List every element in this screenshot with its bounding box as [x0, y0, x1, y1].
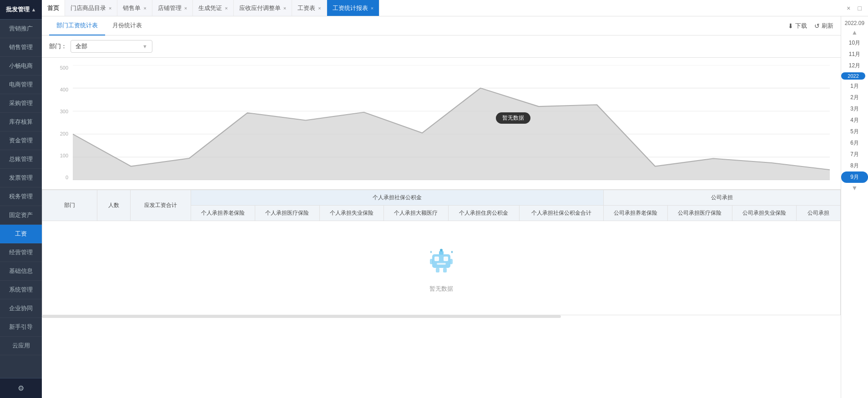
sidebar-item-13[interactable]: 基础信息 [0, 262, 42, 281]
maximize-button[interactable]: □ [855, 4, 864, 13]
cal-month-2[interactable]: 12月 [841, 60, 868, 71]
tab-monthly-stats[interactable]: 月份统计表 [105, 16, 149, 35]
cal-year-3[interactable]: 2022 [841, 72, 865, 80]
cal-month-5[interactable]: 2月 [841, 92, 868, 103]
chart-area: 500 400 300 200 100 0 [42, 58, 841, 190]
table-wrapper[interactable]: 部门 人数 应发工资合计 个人承担社保公积金 公司承担 个人承担养老保险 个人承… [42, 190, 841, 398]
svg-rect-8 [434, 257, 439, 261]
tab-2[interactable]: 销售单× [117, 0, 152, 16]
download-button[interactable]: ⬇ 下载 [788, 22, 807, 30]
tab-close-1[interactable]: × [109, 5, 111, 11]
tab-1[interactable]: 门店商品目录× [65, 0, 117, 16]
cal-month-7[interactable]: 4月 [841, 115, 868, 126]
tab-4[interactable]: 生成凭证× [193, 0, 233, 16]
refresh-button[interactable]: ↺ 刷新 [814, 22, 833, 30]
filter-bar: 部门： 全部 ▼ [42, 35, 841, 58]
close-all-button[interactable]: × [844, 4, 853, 13]
cal-month-12[interactable]: 9月 [841, 171, 868, 183]
tab-6[interactable]: 工资表× [292, 0, 327, 16]
y-label-0: 0 [66, 175, 68, 180]
sidebar-item-5[interactable]: 库存核算 [0, 113, 42, 131]
sidebar-item-3[interactable]: 电商管理 [0, 76, 42, 94]
tab-3[interactable]: 店铺管理× [152, 0, 193, 16]
department-select[interactable]: 全部 ▼ [71, 40, 152, 53]
department-select-value: 全部 [76, 42, 87, 50]
empty-icon [423, 243, 459, 279]
tab-close-4[interactable]: × [225, 5, 227, 11]
th-headcount: 人数 [97, 190, 130, 221]
th-total-salary: 应发工资合计 [130, 190, 191, 221]
tab-actions: ⬇ 下载 ↺ 刷新 [788, 22, 833, 30]
sidebar-title: 批发管理 [6, 5, 30, 14]
y-label-300: 300 [60, 109, 68, 114]
cal-month-1[interactable]: 11月 [841, 49, 868, 60]
tab-close-2[interactable]: × [143, 5, 146, 11]
sidebar-item-4[interactable]: 采购管理 [0, 94, 42, 113]
sidebar-toggle-icon[interactable]: ▲ [31, 7, 36, 12]
download-icon: ⬇ [788, 22, 793, 30]
cal-month-0[interactable]: 10月 [841, 37, 868, 49]
tab-0[interactable]: 首页 [42, 0, 65, 16]
sidebar-item-6[interactable]: 资金管理 [0, 131, 42, 150]
sidebar-item-17[interactable]: 云应用 [0, 337, 42, 355]
sidebar-item-16[interactable]: 新手引导 [0, 318, 42, 337]
sidebar-item-10[interactable]: 固定资产 [0, 206, 42, 225]
sidebar-item-0[interactable]: 营销推广 [0, 20, 42, 38]
th-personal-large-medical: 个人承担大额医疗 [384, 206, 449, 221]
data-table: 部门 人数 应发工资合计 个人承担社保公积金 公司承担 个人承担养老保险 个人承… [42, 190, 841, 315]
th-company-pension: 公司承担养老保险 [603, 206, 668, 221]
sidebar-header: 批发管理 ▲ [0, 0, 42, 20]
svg-rect-10 [437, 263, 446, 265]
department-label: 部门： [49, 42, 67, 50]
empty-row: 暂无数据 [42, 221, 841, 315]
calendar-header: 2022.09 [845, 18, 864, 27]
cal-month-6[interactable]: 3月 [841, 103, 868, 115]
tab-department-stats[interactable]: 部门工资统计表 [49, 16, 105, 35]
tab-close-6[interactable]: × [318, 5, 321, 11]
settings-icon: ⚙ [18, 384, 24, 392]
cal-month-11[interactable]: 8月 [841, 160, 868, 171]
y-label-400: 400 [60, 87, 68, 92]
cal-month-4[interactable]: 1月 [841, 81, 868, 92]
svg-rect-14 [450, 259, 453, 264]
main-panel: 部门工资统计表 月份统计表 ⬇ 下载 ↺ 刷新 [42, 16, 841, 398]
sidebar: 批发管理 ▲ 营销推广销售管理小畅电商电商管理采购管理库存核算资金管理总账管理发… [0, 0, 42, 398]
cal-month-8[interactable]: 5月 [841, 126, 868, 137]
sidebar-item-1[interactable]: 销售管理 [0, 38, 42, 57]
sidebar-item-15[interactable]: 企业协同 [0, 299, 42, 318]
svg-rect-9 [444, 257, 448, 261]
sidebar-footer[interactable]: ⚙ [0, 378, 42, 398]
sidebar-item-11[interactable]: 工资 [0, 225, 42, 243]
sidebar-item-14[interactable]: 系统管理 [0, 281, 42, 299]
chart-container: 500 400 300 200 100 0 [53, 65, 830, 189]
th-company-medical: 公司承担医疗保险 [668, 206, 732, 221]
svg-rect-16 [443, 268, 447, 272]
empty-state: 暂无数据 [47, 225, 836, 311]
sidebar-item-9[interactable]: 税务管理 [0, 187, 42, 206]
tab-close-3[interactable]: × [184, 5, 187, 11]
sidebar-item-12[interactable]: 经营管理 [0, 243, 42, 262]
tab-7[interactable]: 工资统计报表× [327, 0, 379, 16]
svg-rect-7 [432, 254, 450, 268]
tab-5[interactable]: 应收应付调整单× [234, 0, 292, 16]
th-company-unemployment: 公司承担失业保险 [732, 206, 797, 221]
main-area: 首页门店商品目录×销售单×店铺管理×生成凭证×应收应付调整单×工资表×工资统计报… [42, 0, 868, 398]
tab-close-5[interactable]: × [283, 5, 286, 11]
calendar-up-nav[interactable]: ▲ [850, 27, 860, 37]
sub-tabs: 部门工资统计表 月份统计表 [49, 16, 149, 35]
th-personal-pension: 个人承担养老保险 [191, 206, 255, 221]
refresh-icon: ↺ [814, 22, 820, 30]
th-personal-insurance: 个人承担社保公积金 [191, 190, 603, 206]
cal-month-10[interactable]: 7月 [841, 149, 868, 160]
sidebar-item-8[interactable]: 发票管理 [0, 169, 42, 187]
calendar-down-nav[interactable]: ▼ [850, 183, 860, 193]
th-company-insurance: 公司承担 [603, 190, 840, 206]
y-label-100: 100 [60, 153, 68, 158]
th-personal-total: 个人承担社保公积金合计 [519, 206, 603, 221]
chevron-down-icon: ▼ [142, 44, 147, 49]
cal-month-9[interactable]: 6月 [841, 137, 868, 149]
tab-close-7[interactable]: × [371, 5, 373, 11]
th-personal-unemployment: 个人承担失业保险 [319, 206, 384, 221]
sidebar-item-7[interactable]: 总账管理 [0, 150, 42, 169]
sidebar-item-2[interactable]: 小畅电商 [0, 57, 42, 76]
